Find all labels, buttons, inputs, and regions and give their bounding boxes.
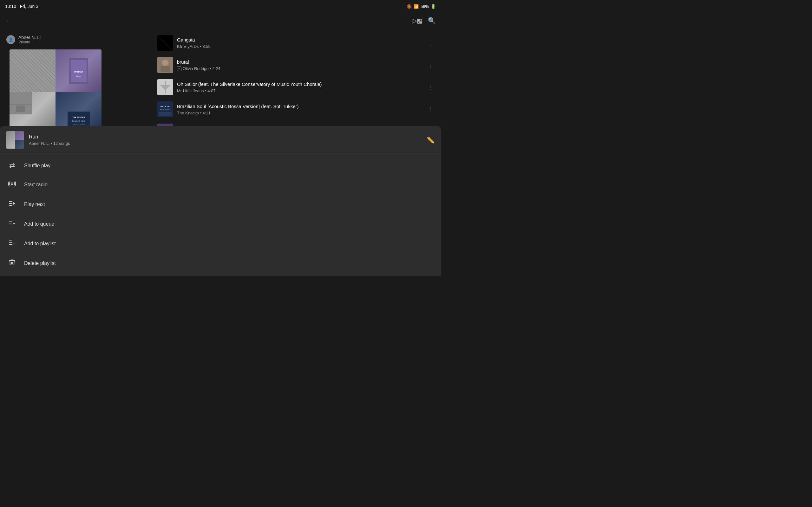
add-playlist-icon xyxy=(8,239,16,248)
song-thumbnail: THE KNOCKS BRAZILIAN SOUL xyxy=(157,101,173,117)
song-info: Oh Sailor (feat. The Silverlake Conserva… xyxy=(177,81,420,94)
song-item[interactable]: Gangsta tUnE-yArDs • 3:59 ⋮ xyxy=(152,32,441,54)
song-info: brutal E Olivia Rodrigo • 2:24 xyxy=(177,59,420,71)
ctx-cell-1 xyxy=(6,131,15,140)
edit-icon[interactable]: ✏️ xyxy=(426,136,435,144)
wifi-icon: 📶 xyxy=(414,4,419,9)
delete-playlist-label: Delete playlist xyxy=(24,261,56,266)
collage-cell-1 xyxy=(9,49,55,92)
collage-cell-2: Woman figure xyxy=(55,49,101,92)
svg-marker-33 xyxy=(13,202,15,205)
context-thumb xyxy=(6,131,24,149)
song-menu-button[interactable]: ⋮ xyxy=(424,81,436,94)
song-menu-button[interactable]: ⋮ xyxy=(424,37,436,49)
context-menu: Run Abner N. Li • 12 songs ✏️ ⇄ Shuffle … xyxy=(0,126,441,276)
song-title: Gangsta xyxy=(177,37,420,43)
status-icons: 🔕 📶 56% 🔋 xyxy=(407,4,436,9)
song-title: brutal xyxy=(177,59,420,65)
svg-rect-25 xyxy=(159,112,171,116)
song-thumbnail xyxy=(157,35,173,51)
radio-icon xyxy=(8,180,16,189)
top-nav: ← ▷▩ 🔍 xyxy=(0,13,441,29)
playlist-collage: Woman figure THE KNOCKS BRAZILIAN SOUL F… xyxy=(9,49,101,135)
svg-text:THE KNOCKS: THE KNOCKS xyxy=(72,116,85,118)
user-name: Abner N. Li xyxy=(18,35,41,40)
status-time: 10:10 xyxy=(5,4,16,9)
private-label: Private xyxy=(18,40,41,44)
play-next-icon xyxy=(8,200,16,209)
nav-right-icons: ▷▩ 🔍 xyxy=(412,17,436,24)
context-info: Run Abner N. Li • 12 songs xyxy=(29,134,421,146)
svg-text:Woman: Woman xyxy=(74,70,83,73)
start-radio-item[interactable]: Start radio xyxy=(0,175,441,194)
add-queue-icon xyxy=(8,219,16,229)
song-title: Brazilian Soul [Acoustic Bossa Version] … xyxy=(177,103,420,110)
shuffle-play-label: Shuffle play xyxy=(24,163,50,169)
song-artist: tUnE-yArDs • 3:59 xyxy=(177,44,420,49)
song-thumbnail xyxy=(157,79,173,95)
status-time-date: 10:10 Fri, Jun 3 xyxy=(5,4,38,9)
battery-icon: 🔋 xyxy=(431,4,436,9)
song-artist: E Olivia Rodrigo • 2:24 xyxy=(177,66,420,71)
song-item[interactable]: brutal E Olivia Rodrigo • 2:24 ⋮ xyxy=(152,54,441,76)
shuffle-icon: ⇄ xyxy=(8,162,16,170)
svg-text:BRAZILIAN SOUL: BRAZILIAN SOUL xyxy=(72,120,85,122)
ctx-cell-3 xyxy=(6,140,15,149)
ctx-cell-2 xyxy=(15,131,24,140)
svg-point-29 xyxy=(11,183,13,185)
svg-text:figure: figure xyxy=(76,75,81,77)
svg-point-16 xyxy=(162,60,168,66)
context-title: Run xyxy=(29,134,421,140)
status-date: Fri, Jun 3 xyxy=(20,4,38,9)
user-info: 👤 Abner N. Li Private xyxy=(6,35,146,44)
add-queue-label: Add to queue xyxy=(24,221,54,227)
delete-playlist-item[interactable]: Delete playlist xyxy=(0,253,441,273)
play-next-item[interactable]: Play next xyxy=(0,194,441,214)
add-playlist-label: Add to playlist xyxy=(24,241,56,246)
context-subtitle: Abner N. Li • 12 songs xyxy=(29,141,421,146)
mute-icon: 🔕 xyxy=(407,4,412,9)
svg-rect-17 xyxy=(160,66,170,72)
song-menu-button[interactable]: ⋮ xyxy=(424,59,436,71)
ctx-cell-4 xyxy=(15,140,24,149)
back-button[interactable]: ← xyxy=(5,17,11,24)
song-info: Gangsta tUnE-yArDs • 3:59 xyxy=(177,37,420,49)
search-icon[interactable]: 🔍 xyxy=(428,17,436,24)
song-thumbnail xyxy=(157,57,173,73)
battery-label: 56% xyxy=(420,4,429,9)
song-artist: The Knocks • 4:11 xyxy=(177,111,420,115)
svg-text:BRAZILIAN SOUL: BRAZILIAN SOUL xyxy=(160,109,171,111)
avatar: 👤 xyxy=(6,35,15,44)
add-playlist-item[interactable]: Add to playlist xyxy=(0,234,441,253)
svg-text:FEAT. SOFI TUKKER: FEAT. SOFI TUKKER xyxy=(72,124,84,125)
shuffle-play-item[interactable]: ⇄ Shuffle play xyxy=(0,157,441,175)
explicit-badge: E xyxy=(177,66,182,71)
play-next-label: Play next xyxy=(24,202,45,207)
cast-icon[interactable]: ▷▩ xyxy=(412,17,423,24)
context-header: Run Abner N. Li • 12 songs ✏️ xyxy=(0,126,441,154)
song-item[interactable]: Oh Sailor (feat. The Silverlake Conserva… xyxy=(152,76,441,98)
song-title: Oh Sailor (feat. The Silverlake Conserva… xyxy=(177,81,420,88)
add-queue-item[interactable]: Add to queue xyxy=(0,214,441,234)
song-item[interactable]: THE KNOCKS BRAZILIAN SOUL Brazilian Soul… xyxy=(152,98,441,120)
song-menu-button[interactable]: ⋮ xyxy=(424,103,436,116)
user-details: Abner N. Li Private xyxy=(18,35,41,44)
start-radio-label: Start radio xyxy=(24,182,48,187)
svg-rect-6 xyxy=(16,106,26,112)
song-artist: Mr Little Jeans • 4:07 xyxy=(177,89,420,93)
status-bar: 10:10 Fri, Jun 3 🔕 📶 56% 🔋 xyxy=(0,0,441,13)
song-info: Brazilian Soul [Acoustic Bossa Version] … xyxy=(177,103,420,116)
context-menu-items: ⇄ Shuffle play Start radio xyxy=(0,154,441,276)
svg-text:THE KNOCKS: THE KNOCKS xyxy=(160,106,171,107)
delete-icon xyxy=(8,259,16,268)
